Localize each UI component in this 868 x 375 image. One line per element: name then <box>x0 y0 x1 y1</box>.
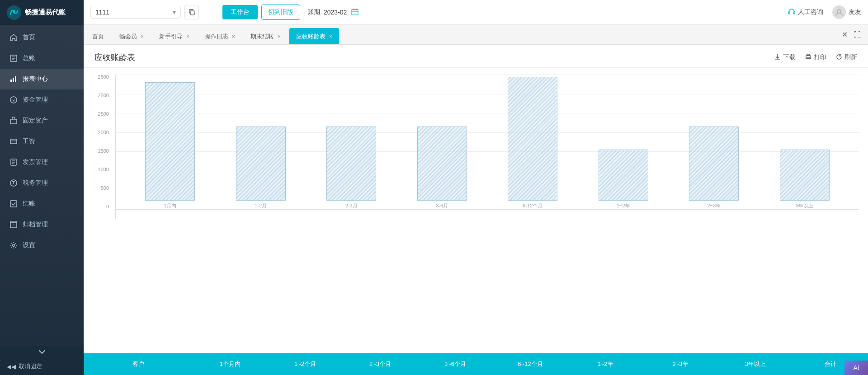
refresh-button[interactable]: 刷新 <box>835 53 857 62</box>
workbench-button[interactable]: 工作台 <box>222 5 258 19</box>
sidebar-label-fund: 资金管理 <box>23 96 48 104</box>
tab-ar-aging[interactable]: 应收账龄表 × <box>289 28 339 44</box>
ai-badge[interactable]: Ai <box>844 361 868 375</box>
sidebar-item-invoice[interactable]: 发票管理 <box>0 152 84 173</box>
svg-rect-29 <box>788 12 790 14</box>
company-selector[interactable]: 1111 ▾ <box>90 6 181 19</box>
consult-label: 人工咨询 <box>798 8 823 16</box>
y-label-2500a: 2500 <box>98 112 113 117</box>
svg-rect-30 <box>793 12 795 14</box>
tab-operation-log-close[interactable]: × <box>232 33 235 40</box>
table-header: 客户 1个月内 1~2个月 2~3个月 3~6个月 6~12个月 1~2年 2~… <box>84 353 868 375</box>
tab-guide[interactable]: 新手引导 × <box>152 28 196 44</box>
chart-inner: 1月内 1-2月 2-3月 <box>115 75 859 219</box>
bar-1month <box>145 82 195 201</box>
sidebar-item-tax[interactable]: 税务管理 <box>0 173 84 193</box>
y-label-2000: 2000 <box>98 130 113 135</box>
tab-bar-actions: ✕ ⛶ <box>838 25 868 44</box>
sidebar-label-asset: 固定资产 <box>23 117 48 125</box>
col-header-2-3month: 2~3个月 <box>343 360 418 368</box>
col-header-1-2year: 1~2年 <box>568 360 643 368</box>
sidebar-item-asset[interactable]: 固定资产 <box>0 110 84 131</box>
topbar-right: 人工咨询 友友 <box>788 5 861 19</box>
print-button[interactable]: 打印 <box>805 53 826 62</box>
archive-icon <box>9 220 18 229</box>
copy-company-button[interactable] <box>184 5 199 19</box>
switch-version-button[interactable]: 切到旧版 <box>261 5 300 20</box>
tab-operation-log[interactable]: 操作日志 × <box>198 28 242 44</box>
bar-group-2-3year: 2~3年 <box>669 75 760 209</box>
tab-member-close[interactable]: × <box>141 33 144 40</box>
sidebar-nav: 首页 总账 <box>0 25 84 346</box>
col-header-3-6month: 3~6个月 <box>418 360 493 368</box>
sidebar-item-home[interactable]: 首页 <box>0 27 84 48</box>
bar-group-1-2month: 1-2月 <box>216 75 307 209</box>
page-actions: 下载 打印 <box>765 53 857 62</box>
tab-period-close-close[interactable]: × <box>278 33 281 40</box>
sidebar-item-archive[interactable]: 归档管理 <box>0 214 84 235</box>
sidebar-scroll-down[interactable] <box>0 346 84 358</box>
sidebar-item-settings[interactable]: 设置 <box>0 235 84 256</box>
tab-member[interactable]: 畅会员 × <box>113 28 151 44</box>
home-icon <box>9 33 18 42</box>
sidebar-label-salary: 工资 <box>23 137 35 145</box>
bar-group-2-3month: 2-3月 <box>306 75 397 209</box>
sidebar-item-salary[interactable]: 工资 <box>0 131 84 152</box>
invoice-icon <box>9 158 18 167</box>
refresh-icon <box>835 53 843 62</box>
close-account-icon <box>9 199 18 208</box>
tab-close-all-button[interactable]: ✕ <box>838 28 851 41</box>
bar-3year-plus <box>780 150 830 201</box>
bar-label-3year-plus: 3年以上 <box>796 202 813 209</box>
company-name: 1111 <box>95 9 169 16</box>
sidebar-item-fund[interactable]: ¥ 资金管理 <box>0 89 84 110</box>
sidebar-unpin-button[interactable]: ◀◀ 取消固定 <box>0 358 84 375</box>
bar-group-6-12month: 6-12个月 <box>487 75 578 209</box>
fund-icon: ¥ <box>9 95 18 104</box>
salary-icon <box>9 137 18 146</box>
sidebar-label-invoice: 发票管理 <box>23 158 48 166</box>
tab-member-label: 畅会员 <box>119 33 137 41</box>
sidebar-item-ledger[interactable]: 总账 <box>0 48 84 69</box>
download-label: 下载 <box>783 53 796 61</box>
y-label-2500c: 2500 <box>98 75 113 80</box>
pin-icon: ◀◀ <box>7 363 16 370</box>
bar-1-2month <box>236 127 286 201</box>
bar-2-3month <box>326 127 376 201</box>
sidebar-item-close-account[interactable]: 结账 <box>0 193 84 214</box>
company-selector-area: 1111 ▾ <box>90 5 217 19</box>
svg-rect-24 <box>190 11 194 15</box>
svg-point-23 <box>13 244 15 247</box>
bar-group-3year-plus: 3年以上 <box>760 75 850 209</box>
tab-guide-close[interactable]: × <box>186 33 189 40</box>
page-area: 应收账龄表 下载 <box>84 45 868 375</box>
consult-button[interactable]: 人工咨询 <box>788 8 823 17</box>
col-header-1-2month: 1~2个月 <box>268 360 343 368</box>
svg-rect-11 <box>10 119 17 124</box>
user-menu[interactable]: 友友 <box>832 5 861 19</box>
y-label-2500b: 2500 <box>98 93 113 98</box>
ledger-icon <box>9 54 18 63</box>
period-value: 2023-02 <box>324 9 347 16</box>
svg-rect-25 <box>352 9 358 15</box>
tab-operation-log-label: 操作日志 <box>205 33 228 41</box>
report-icon <box>9 75 18 84</box>
svg-text:¥: ¥ <box>12 98 15 103</box>
topbar: 1111 ▾ 工作台 切到旧版 账期 2023-02 <box>84 0 868 25</box>
tab-ar-aging-close[interactable]: × <box>329 33 332 40</box>
tab-home[interactable]: 首页 <box>85 28 111 44</box>
bar-1-2year <box>599 150 648 201</box>
tab-maximize-button[interactable]: ⛶ <box>851 28 863 41</box>
sidebar-item-report[interactable]: 报表中心 <box>0 69 84 89</box>
calendar-icon[interactable] <box>351 8 359 17</box>
page-title: 应收账龄表 <box>94 52 135 63</box>
tab-period-close[interactable]: 期末结转 × <box>244 28 288 44</box>
col-header-1month: 1个月内 <box>193 360 268 368</box>
app-name: 畅捷通易代账 <box>25 8 66 17</box>
sidebar-label-report: 报表中心 <box>23 75 48 83</box>
print-icon <box>805 53 812 62</box>
bar-group-1month: 1月内 <box>125 75 216 209</box>
tab-period-close-label: 期末结转 <box>250 33 274 41</box>
download-button[interactable]: 下载 <box>774 53 796 62</box>
user-name: 友友 <box>849 8 861 16</box>
